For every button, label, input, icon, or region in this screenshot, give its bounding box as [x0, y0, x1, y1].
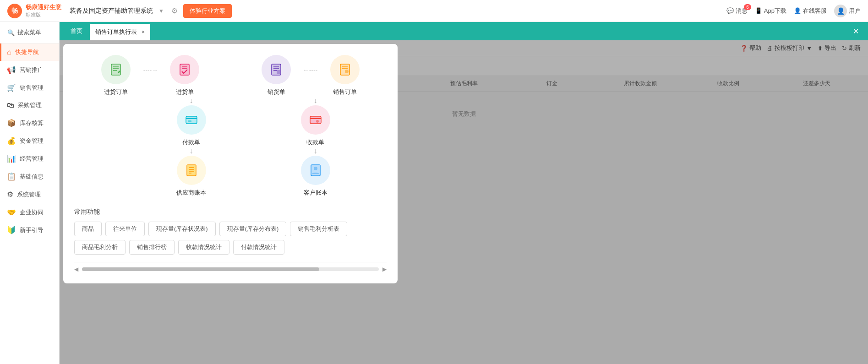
- purchase-order-label: 进货订单: [104, 88, 128, 96]
- receipt-circle[interactable]: [301, 105, 330, 135]
- app-logo: 畅: [7, 4, 22, 18]
- nav-icon-system: ⚙: [7, 190, 13, 199]
- flow-modal: 进货订单 - - - - → 进货单: [63, 44, 398, 283]
- nav-label-basic-info: 基础信息: [20, 173, 44, 181]
- common-btns: 商品往来单位现存量(库存状况表)现存量(库存分布表)销售毛利分析表商品毛利分析销…: [74, 222, 387, 255]
- scroll-right-icon[interactable]: ▶: [382, 266, 387, 272]
- logo-area: 畅 畅康通好生意 标准版: [7, 4, 62, 18]
- nav-label-quick-nav: 快捷导航: [15, 48, 39, 56]
- sale-order-circle[interactable]: [330, 55, 360, 84]
- sidebar-item-basic-info[interactable]: 📋基础信息: [0, 168, 59, 185]
- online-service-btn[interactable]: 👤 在线客服: [794, 7, 827, 15]
- customer-ledger-label: 客户账本: [304, 189, 328, 197]
- sidebar-item-purchase[interactable]: 🛍采购管理: [0, 97, 59, 114]
- purchase-bill-circle[interactable]: [170, 55, 199, 84]
- common-function-btn[interactable]: 现存量(库存状况表): [148, 222, 216, 236]
- nav-icon-finance: 💰: [7, 136, 16, 145]
- flow-item-purchase-bill: 进货单: [157, 55, 212, 96]
- content-inner: ❓ 帮助 🖨 按模板打印 ▼ ⬆ 导出 ↻: [60, 40, 868, 364]
- common-function-btn[interactable]: 付款情况统计: [233, 240, 284, 255]
- sale-order-label: 销售订单: [333, 88, 357, 96]
- sidebar-item-operations[interactable]: 📊经营管理: [0, 150, 59, 168]
- nav-label-enterprise: 企业协同: [20, 208, 44, 217]
- arrow-h1: - - - - →: [143, 66, 157, 74]
- sidebar-search: 🔍 搜索菜单: [0, 22, 59, 43]
- scroll-thumb: [82, 267, 319, 271]
- scroll-area: ◀ ▶: [74, 262, 387, 272]
- sidebar-item-sales[interactable]: 🛒销售管理: [0, 79, 59, 97]
- common-function-btn[interactable]: 往来单位: [105, 222, 145, 236]
- message-badge: 6: [744, 4, 751, 10]
- scroll-left-icon[interactable]: ◀: [74, 266, 78, 272]
- supplier-ledger-label: 供应商账本: [176, 189, 206, 197]
- close-all-btn[interactable]: ✕: [847, 27, 864, 36]
- customer-ledger-circle[interactable]: [301, 156, 330, 185]
- common-function-btn[interactable]: 现存量(库存分布表): [219, 222, 287, 236]
- user-menu[interactable]: 👤 用户: [834, 5, 861, 17]
- nav-icon-basic-info: 📋: [7, 172, 16, 181]
- top-bar: 畅 畅康通好生意 标准版 装备及固定资产辅助管理系统 ▼ ⚙ 体验行业方案 💬 …: [0, 0, 868, 22]
- svg-rect-4: [180, 64, 189, 75]
- svg-rect-16: [186, 116, 197, 124]
- message-icon: 💬: [726, 7, 734, 14]
- sale-bill-circle[interactable]: [262, 55, 291, 84]
- main-area: 🔍 搜索菜单 ⌂快捷导航📢营销推广🛒销售管理🛍采购管理📦库存核算💰资金管理📊经营…: [0, 22, 868, 364]
- sidebar-item-quick-nav[interactable]: ⌂快捷导航: [0, 43, 59, 61]
- flow-item-sale-bill: 销货单: [249, 55, 304, 96]
- common-function-btn[interactable]: 销售毛利分析表: [290, 222, 347, 236]
- search-icon: 🔍: [7, 29, 15, 36]
- tab-home[interactable]: 首页: [63, 22, 90, 40]
- system-title: 装备及固定资产辅助管理系统: [70, 7, 153, 15]
- message-btn[interactable]: 💬 消息 6: [726, 7, 748, 15]
- search-menu-btn[interactable]: 🔍 搜索菜单: [4, 26, 55, 39]
- flow-item-payment: 付款单: [164, 105, 219, 147]
- nav-label-inventory: 库存核算: [20, 119, 44, 127]
- logo-text: 畅康通好生意 标准版: [26, 4, 61, 18]
- top-right-actions: 💬 消息 6 📱 App下载 👤 在线客服 👤 用户: [726, 5, 861, 17]
- common-function-btn[interactable]: 销售排行榜: [129, 240, 175, 255]
- sidebar-nav: ⌂快捷导航📢营销推广🛒销售管理🛍采购管理📦库存核算💰资金管理📊经营管理📋基础信息…: [0, 43, 59, 239]
- common-function-btn[interactable]: 商品: [74, 222, 102, 236]
- common-function-btn[interactable]: 收款情况统计: [178, 240, 229, 255]
- flow-item-sale-order: 销售订单: [317, 55, 372, 96]
- sidebar-item-system[interactable]: ⚙系统管理: [0, 185, 59, 203]
- nav-icon-marketing: 📢: [7, 65, 16, 74]
- content-area: 首页 销售订单执行表 × ✕ ❓ 帮助 �: [60, 22, 868, 364]
- nav-label-sales: 销售管理: [20, 84, 44, 92]
- receipt-label: 收款单: [306, 138, 324, 147]
- nav-icon-purchase: 🛍: [7, 101, 14, 109]
- svg-rect-0: [111, 64, 120, 75]
- nav-icon-quick-nav: ⌂: [7, 48, 11, 56]
- purchase-order-circle[interactable]: [101, 55, 131, 84]
- sidebar-item-newbie[interactable]: 🔰新手引导: [0, 221, 59, 239]
- scroll-track[interactable]: [82, 267, 379, 271]
- purchase-bill-label: 进货单: [176, 88, 194, 96]
- common-function-btn[interactable]: 商品毛利分析: [74, 240, 126, 255]
- nav-icon-inventory: 📦: [7, 119, 16, 127]
- common-functions-title: 常用功能: [74, 208, 387, 216]
- nav-label-operations: 经营管理: [20, 155, 44, 163]
- tab-close-icon[interactable]: ×: [142, 29, 145, 35]
- sidebar-item-inventory[interactable]: 📦库存核算: [0, 114, 59, 132]
- settings-icon[interactable]: ⚙: [171, 6, 178, 15]
- nav-label-system: 系统管理: [17, 190, 41, 199]
- svg-point-15: [345, 70, 349, 73]
- sidebar-item-finance[interactable]: 💰资金管理: [0, 132, 59, 150]
- payment-label: 付款单: [182, 138, 200, 147]
- supplier-ledger-circle[interactable]: [177, 156, 206, 185]
- nav-label-newbie: 新手引导: [20, 226, 44, 234]
- payment-circle[interactable]: [177, 105, 206, 135]
- sale-bill-label: 销货单: [267, 88, 285, 96]
- tab-sales-order[interactable]: 销售订单执行表 ×: [90, 24, 150, 40]
- sidebar-item-enterprise[interactable]: 🤝企业协同: [0, 203, 59, 221]
- tab-bar: 首页 销售订单执行表 × ✕: [60, 22, 868, 40]
- nav-icon-newbie: 🔰: [7, 226, 16, 234]
- trial-button[interactable]: 体验行业方案: [183, 4, 232, 18]
- sidebar: 🔍 搜索菜单 ⌂快捷导航📢营销推广🛒销售管理🛍采购管理📦库存核算💰资金管理📊经营…: [0, 22, 60, 364]
- app-download-btn[interactable]: 📱 App下载: [755, 7, 786, 15]
- flow-item-supplier-ledger: 供应商账本: [164, 156, 219, 197]
- modal-overlay: 进货订单 - - - - → 进货单: [60, 40, 868, 364]
- sidebar-item-marketing[interactable]: 📢营销推广: [0, 61, 59, 79]
- service-icon: 👤: [794, 7, 801, 14]
- dropdown-arrow-icon[interactable]: ▼: [158, 8, 164, 14]
